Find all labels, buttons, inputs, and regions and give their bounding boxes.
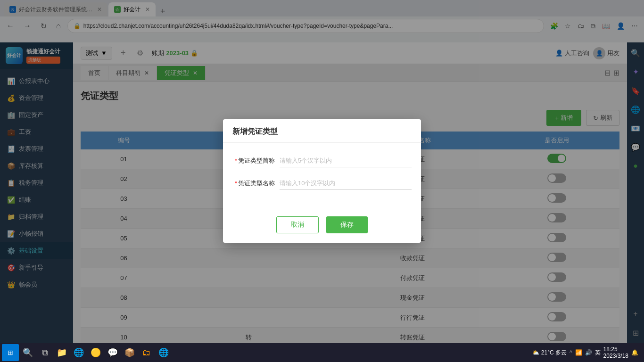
taskbar-weather: ⛅ 21°C 多云: [532, 349, 567, 357]
taskbar-chrome-icon[interactable]: 🟡: [88, 345, 104, 361]
taskbar-folder-icon[interactable]: 🗂: [139, 345, 155, 361]
modal-title: 新增凭证类型: [223, 119, 421, 143]
save-button[interactable]: 保存: [326, 216, 368, 233]
taskbar-clock: 18:25 2023/3/18: [603, 346, 628, 359]
cancel-button[interactable]: 取消: [276, 216, 319, 233]
taskbar-lang: 英: [595, 349, 601, 357]
name-required-star: *: [235, 180, 237, 187]
taskbar-date: 2023/3/18: [603, 353, 628, 359]
taskbar-edge-icon[interactable]: 🌐: [71, 345, 87, 361]
modal-dialog: 新增凭证类型 *凭证类型简称 *凭证类型名称 取消 保存: [223, 119, 421, 243]
modal-body: *凭证类型简称 *凭证类型名称: [223, 143, 421, 209]
taskbar-msedge-icon2[interactable]: 🌐: [156, 345, 172, 361]
abbr-input[interactable]: [280, 154, 412, 167]
abbr-required-star: *: [235, 157, 237, 164]
weather-icon: ⛅: [532, 349, 539, 356]
taskbar-tray: ⛅ 21°C 多云 ^ 📶 🔊 英 18:25 2023/3/18 🔔: [528, 346, 642, 359]
modal-overlay: 新增凭证类型 *凭证类型简称 *凭证类型名称 取消 保存: [0, 0, 644, 362]
taskbar-task-view-icon[interactable]: ⧉: [37, 345, 53, 361]
name-input[interactable]: [280, 177, 412, 190]
name-label: *凭证类型名称: [232, 179, 280, 188]
taskbar-appstore-icon[interactable]: 📦: [122, 345, 138, 361]
form-row-name: *凭证类型名称: [232, 177, 412, 190]
modal-footer: 取消 保存: [223, 209, 421, 243]
taskbar-volume-icon: 🔊: [585, 349, 592, 356]
taskbar-search-icon[interactable]: 🔍: [20, 345, 36, 361]
taskbar-notification-icon[interactable]: 🔔: [631, 349, 638, 356]
taskbar-file-explorer-icon[interactable]: 📁: [54, 345, 70, 361]
abbr-label: *凭证类型简称: [232, 156, 280, 165]
weather-text: 21°C 多云: [541, 349, 567, 357]
taskbar-wechat-icon[interactable]: 💬: [105, 345, 121, 361]
form-row-abbr: *凭证类型简称: [232, 154, 412, 167]
taskbar-wifi-icon: 📶: [575, 349, 582, 356]
start-button[interactable]: ⊞: [2, 344, 19, 361]
taskbar-time: 18:25: [603, 346, 628, 353]
taskbar-expand-icon[interactable]: ^: [570, 349, 572, 356]
taskbar: ⊞ 🔍 ⧉ 📁 🌐 🟡 💬 📦 🗂 🌐 ⛅ 21°C 多云 ^ 📶 🔊 英 18…: [0, 343, 644, 362]
